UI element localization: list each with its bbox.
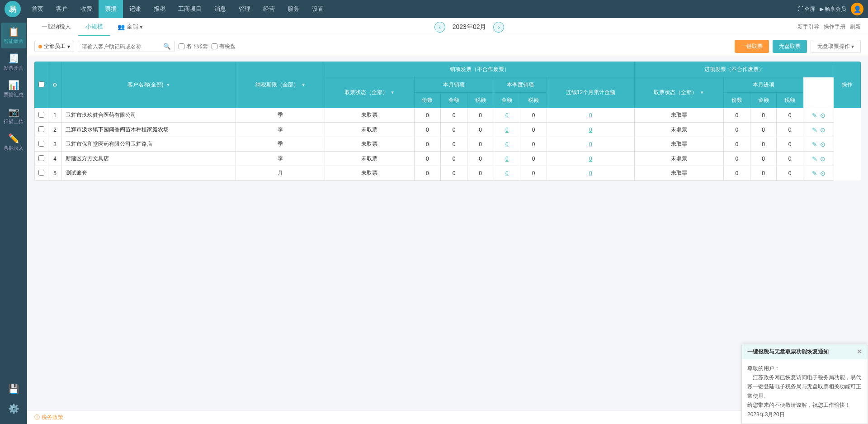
edit-icon[interactable]: ✎	[812, 155, 817, 162]
row-customer: 测试账套	[62, 166, 236, 181]
view-icon[interactable]: ⊙	[820, 126, 826, 133]
tab-small-scale[interactable]: 小规模	[78, 18, 110, 36]
employee-filter[interactable]: 全部员工 ▾	[34, 41, 74, 52]
sidebar-item-help[interactable]: ⚙️	[1, 400, 26, 419]
smart-invoice-icon: 📋	[8, 26, 19, 37]
all-icon: 👥	[118, 24, 125, 30]
view-icon[interactable]: ⊙	[820, 155, 826, 162]
sidebar-item-entry[interactable]: ✏️ 票据录入	[1, 129, 26, 155]
top-nav: 易 首页 客户 收费 票据 记账 报税 工商项目 消息 管理 经营 服务 设置 …	[0, 0, 868, 18]
th-sales-month: 本月销项	[414, 77, 494, 93]
th-sales-month-tax: 税额	[467, 93, 494, 108]
account-filter-checkbox[interactable]	[179, 43, 184, 49]
row-sales-month-amount: 0	[441, 166, 467, 181]
prev-month-btn[interactable]: ‹	[434, 22, 445, 33]
orange-dot	[38, 45, 42, 48]
one-click-btn[interactable]: 一键取票	[735, 40, 769, 53]
new-guide-btn[interactable]: 新手引导	[797, 23, 819, 31]
purchase-cancel-filter-icon[interactable]: ▼	[700, 90, 704, 95]
th-purchase-month: 本月进项	[724, 77, 803, 93]
row-tax-period: 季	[236, 123, 325, 137]
nav-customer[interactable]: 客户	[50, 0, 74, 18]
tax-policy-link[interactable]: 税务政策	[42, 414, 63, 421]
sidebar-item-smart-invoice[interactable]: 📋 智能取票	[1, 23, 26, 48]
dropdown-icon: ▾	[67, 43, 70, 50]
row-sales-month-tax: 0	[467, 108, 494, 123]
refresh-btn[interactable]: 刷新	[850, 23, 861, 31]
nav-items: 首页 客户 收费 票据 记账 报税 工商项目 消息 管理 经营 服务 设置	[25, 0, 798, 18]
row-sales-cancel: 未取票	[325, 166, 414, 181]
nav-operate[interactable]: 经营	[257, 0, 281, 18]
search-wrap: 🔍	[78, 41, 175, 52]
sidebar-item-issue-invoice[interactable]: 🧾 发票开具	[1, 49, 26, 75]
nav-message[interactable]: 消息	[208, 0, 232, 18]
nav-tax[interactable]: 报税	[147, 0, 172, 18]
row-sales-month-copies: 0	[414, 108, 441, 123]
top-right-actions: 新手引导 操作手册 刷新	[797, 23, 861, 31]
row-sales-month-amount: 0	[441, 123, 467, 137]
search-input[interactable]	[78, 42, 160, 52]
row-check[interactable]	[35, 108, 48, 123]
tab-general-taxpayer[interactable]: 一般纳税人	[34, 18, 78, 36]
sidebar-item-download[interactable]: 💾	[1, 380, 26, 399]
row-check[interactable]	[35, 123, 48, 137]
search-button[interactable]: 🔍	[160, 41, 175, 52]
nav-service[interactable]: 服务	[281, 0, 306, 18]
edit-icon[interactable]: ✎	[812, 141, 817, 148]
toolbar: 全部员工 ▾ 🔍 名下账套 有税盘 一键取票 无盘取票 无盘取票操作 ▾	[27, 36, 868, 57]
row-customer: 卫辉市汲水镇下园闻香阁苗木种植家庭农场	[62, 123, 236, 137]
fullscreen-btn[interactable]: ⛶ 全屏	[798, 5, 815, 13]
tax-disk-filter-label[interactable]: 有税盘	[212, 43, 236, 50]
view-icon[interactable]: ⊙	[820, 141, 826, 148]
no-disk-ops-btn[interactable]: 无盘取票操作 ▾	[811, 40, 861, 53]
row-sales-12month: 0	[547, 137, 634, 152]
nav-commerce[interactable]: 工商项目	[172, 0, 208, 18]
th-sales-group: 销项发票（不合作废票）	[325, 62, 634, 77]
customer-filter-icon[interactable]: ▼	[166, 82, 170, 87]
notification-body: 尊敬的用户： 江苏政务网已恢复访问电子税务局功能，易代账一键登陆电子税务局与无盘…	[742, 359, 868, 424]
no-disk-btn[interactable]: 无盘取票	[773, 40, 807, 53]
account-filter-label[interactable]: 名下账套	[179, 43, 208, 50]
row-tax-period: 季	[236, 137, 325, 152]
tax-period-filter-icon[interactable]: ▼	[301, 82, 306, 87]
view-icon[interactable]: ⊙	[820, 170, 826, 177]
row-sales-month-copies: 0	[414, 152, 441, 166]
notification-close-btn[interactable]: ✕	[857, 348, 862, 355]
edit-icon[interactable]: ✎	[812, 112, 817, 119]
row-sales-month-amount: 0	[441, 137, 467, 152]
nav-manage[interactable]: 管理	[232, 0, 257, 18]
th-sales-month-copies: 份数	[414, 93, 441, 108]
notification-title: 一键报税与无盘取票功能恢复通知	[747, 348, 829, 356]
th-customer: 客户名称(全部) ▼	[62, 62, 236, 108]
view-icon[interactable]: ⊙	[820, 112, 826, 119]
select-all-checkbox[interactable]	[38, 81, 44, 87]
row-check[interactable]	[35, 166, 48, 181]
row-sales-quarter-amount: 0	[494, 166, 520, 181]
sales-cancel-filter-icon[interactable]: ▼	[390, 90, 395, 95]
sidebar-item-summary[interactable]: 📊 票据汇总	[1, 76, 26, 102]
tax-disk-filter-checkbox[interactable]	[212, 43, 217, 49]
nav-bookkeeping[interactable]: 记账	[123, 0, 147, 18]
member-btn[interactable]: ▶ 畅享会员	[820, 5, 846, 13]
manual-btn[interactable]: 操作手册	[824, 23, 845, 31]
sidebar-item-scan[interactable]: 📷 扫描上传	[1, 103, 26, 129]
nav-home[interactable]: 首页	[25, 0, 50, 18]
user-avatar[interactable]: 👤	[851, 3, 863, 15]
nav-settings[interactable]: 设置	[306, 0, 330, 18]
edit-icon[interactable]: ✎	[812, 170, 817, 177]
row-customer: 卫辉市保和堂医药有限公司卫辉路店	[62, 137, 236, 152]
nav-fee[interactable]: 收费	[74, 0, 99, 18]
row-check[interactable]	[35, 152, 48, 166]
edit-icon[interactable]: ✎	[812, 126, 817, 133]
row-sales-quarter-amount: 0	[494, 108, 520, 123]
app-logo: 易	[5, 1, 21, 17]
tab-all-in-one[interactable]: 👥 全能 ▾	[110, 18, 150, 36]
issue-invoice-icon: 🧾	[8, 53, 19, 64]
row-purchase-month-copies: 0	[724, 123, 750, 137]
table-row: 1 卫辉市玖玖健合医药有限公司 季 未取票 0 0 0 0 0 0 未取票 0 …	[35, 108, 861, 123]
row-actions: ✎ ⊙	[803, 166, 834, 181]
next-month-btn[interactable]: ›	[493, 22, 504, 33]
row-check[interactable]	[35, 137, 48, 152]
nav-invoice[interactable]: 票据	[99, 0, 123, 18]
row-customer: 新建区方方文具店	[62, 152, 236, 166]
